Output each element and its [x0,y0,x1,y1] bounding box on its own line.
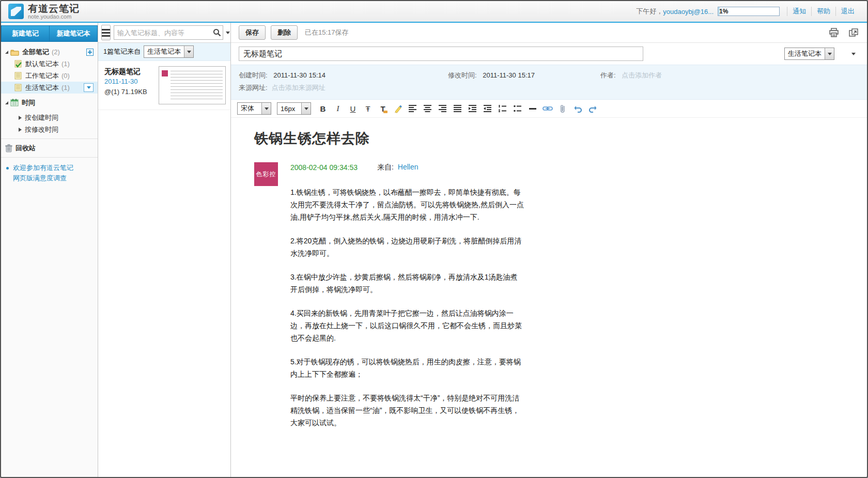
align-justify-icon[interactable] [452,102,464,115]
ordered-list-icon[interactable] [497,102,509,115]
trash-icon [5,144,12,152]
created-value: 2011-11-30 15:14 [273,71,326,79]
note-list-item[interactable]: 无标题笔记 2011-11-30 @(1) 71.19KB [98,61,230,110]
strikethrough-button[interactable]: Ŧ [362,102,374,115]
sidebar-item-trash[interactable]: 回收站 [1,142,98,154]
app-title: 有道云笔记 [28,4,80,13]
survey-line1: 欢迎参加有道云笔记 [13,164,73,172]
horizontal-rule-icon [529,108,536,110]
sidebar-item-by-created-time[interactable]: 按创建时间 [1,112,98,124]
indent-increase-icon[interactable] [467,102,479,115]
unordered-list-icon[interactable] [512,102,524,115]
paragraph: 4.买回来的新铁锅，先用青菜叶子把它擦一边，然后让点油将锅内涂一边，再放在灶上烧… [290,307,524,344]
caret-expanded-icon[interactable] [5,101,8,104]
attachment-icon[interactable] [556,102,569,115]
align-center-icon[interactable] [422,102,434,115]
header: 有道云笔记 note.youdao.com 下午好， youdaoybj@16.… [1,1,867,23]
from-author-link[interactable]: Hellen [398,163,419,171]
insert-link-icon[interactable] [541,102,554,115]
delete-button[interactable]: 删除 [271,25,298,40]
font-color-button[interactable]: T [377,102,389,115]
search-icon[interactable] [211,27,223,38]
new-notebook-button[interactable]: 新建笔记本 [50,25,98,42]
filter-prefix: 1篇笔记来自 [103,47,141,56]
underline-button[interactable]: U [347,102,359,115]
caret-collapsed-icon[interactable] [19,116,22,120]
caret-collapsed-icon[interactable] [19,128,22,132]
italic-button[interactable]: I [332,102,344,115]
note-body[interactable]: 铁锅生锈怎样去除 色彩控 2008-02-04 09:34:53 来自: Hel… [231,118,867,477]
notebook-count: (0) [61,72,70,80]
chevron-down-icon [301,103,311,114]
source-placeholder[interactable]: 点击添加来源网址 [272,83,326,92]
caret-expanded-icon[interactable] [5,51,8,54]
sidebar-item-by-modified-time[interactable]: 按修改时间 [1,124,98,135]
add-notebook-icon[interactable] [86,49,94,56]
list-menu-button[interactable] [101,25,111,40]
divider [1,138,98,139]
created-label: 创建时间: [239,71,268,79]
sidebar-item-default-notebook[interactable]: 默认笔记本 (1) [1,58,98,70]
thumbnail-text-lines [171,71,223,101]
survey-link[interactable]: 欢迎参加有道云笔记 网页版满意度调查 [1,161,98,183]
note-meta-panel: 创建时间: 2011-11-30 15:14 修改时间: 2011-11-30 … [231,65,867,100]
note-item-date: 2011-11-30 [104,76,159,87]
sidebar-item-work-notebook[interactable]: 工作笔记本 (0) [1,70,98,82]
paragraph: 1.铁锅生锈，可将铁锅烧热，以布蘸醋一擦即去，即简单快捷有彻底。每次用完不要洗得… [290,186,524,223]
search-options-button[interactable] [225,25,230,40]
notifications-link[interactable]: 通知 [787,7,811,16]
username-link[interactable]: youdaoybj@16... [663,8,714,16]
logo[interactable]: 有道云笔记 note.youdao.com [8,4,80,20]
chevron-down-icon [87,86,91,89]
open-in-new-window-icon[interactable] [848,27,859,38]
greeting-text: 下午好， [636,7,663,16]
note-item-meta: @(1) 71.19KB [104,87,159,97]
paragraph: 2.将20克醋，倒入烧热的铁锅，边烧边用硬刷子刷洗，将脏醋倒掉后用清水洗净即可。 [290,235,524,259]
save-button[interactable]: 保存 [239,25,266,40]
sidebar-item-life-notebook[interactable]: 生活笔记本 (1) [1,82,98,94]
chevron-down-icon [825,48,834,59]
time-section-label: 时间 [22,98,35,107]
font-family-select[interactable]: 宋体 [237,102,271,115]
sidebar: 新建笔记 新建笔记本 全部笔记 (2) 默认笔记本 (1) [1,23,98,477]
note-list-panel: 1篇笔记来自 生活笔记本 无标题笔记 2011-11-30 @(1) 71.19… [98,23,231,477]
app-subtitle: note.youdao.com [28,13,80,20]
font-size-select[interactable]: 16px [277,102,311,115]
more-options-button[interactable] [848,48,859,60]
storage-percent: 1% [718,7,779,16]
print-icon[interactable] [828,27,840,38]
align-left-icon[interactable] [407,102,419,115]
font-size-value: 16px [277,105,301,113]
chevron-down-icon [184,46,193,57]
redo-icon[interactable] [586,102,599,115]
search-input[interactable] [114,29,211,37]
storage-progress-bar[interactable]: 1% [718,7,780,16]
align-right-icon[interactable] [437,102,449,115]
bullet-icon [6,167,9,169]
editor-notebook-select[interactable]: 生活笔记本 [784,48,834,60]
bold-button[interactable]: B [317,102,329,115]
horizontal-rule-button[interactable] [526,102,539,115]
paragraph: 5.对于铁锅现存的锈，可以将铁锅烧热后，用生的肉皮擦，注意，要将锅内上上下下全都… [290,356,524,380]
sidebar-item-all-notes[interactable]: 全部笔记 (2) [1,46,98,58]
logout-link[interactable]: 退出 [835,7,860,16]
author-placeholder[interactable]: 点击添加作者 [622,71,662,79]
youdao-note-logo-icon [8,4,24,19]
highlight-button[interactable] [392,102,404,115]
note-title-input[interactable] [239,47,643,61]
folder-icon [10,49,19,56]
modified-value: 2011-11-30 15:17 [483,71,535,79]
chevron-down-icon [226,32,230,34]
help-link[interactable]: 帮助 [811,7,835,16]
source-label: 来源网址: [239,83,268,92]
notebook-filter-select[interactable]: 生活笔记本 [144,45,194,58]
source-badge: 色彩控 [254,162,278,186]
sidebar-section-time[interactable]: 时间 [1,97,98,109]
notebook-actions-dropdown[interactable] [84,83,94,92]
new-note-button[interactable]: 新建笔记 [1,25,50,42]
undo-icon[interactable] [571,102,584,115]
note-content-date: 2008-02-04 09:34:53 [290,163,358,172]
calendar-icon [10,99,19,106]
notebook-label: 默认笔记本 [25,59,59,69]
indent-decrease-icon[interactable] [482,102,494,115]
